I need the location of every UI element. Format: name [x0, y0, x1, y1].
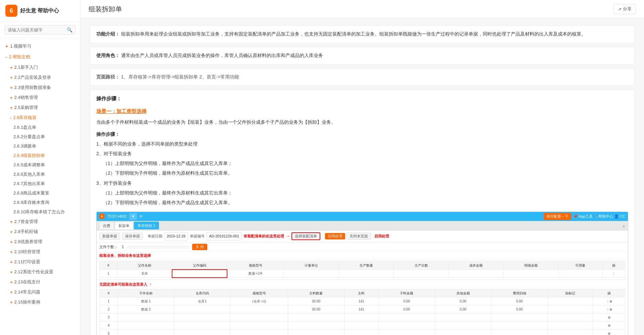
- share-button[interactable]: ↗ 分享: [613, 4, 636, 14]
- sidebar-item-2-6-8[interactable]: 2.6.8商品成本重算: [0, 188, 80, 198]
- step1: 1、根据不同的业务，选择不同单据的类型来处理: [96, 140, 628, 148]
- sc-count-val: 1: [122, 244, 124, 250]
- sc-th-9: 可用量: [558, 261, 603, 270]
- sc-annotation-area1: 有装配清单的在这里处理 → 选择装配清单: [244, 232, 320, 240]
- sidebar-item-2-5[interactable]: + 2.5采购管理: [0, 103, 80, 113]
- sidebar-item-2-9[interactable]: + 2.9优惠券管理: [0, 237, 80, 247]
- sidebar-item-2-4[interactable]: + 2.4销售管理: [0, 93, 80, 103]
- expand-icon-2-4: +: [10, 95, 13, 100]
- role-block: 使用角色： 通常由生产人员或库管人员完成拆装业务的操作，库管人员确认原材料的出库…: [90, 47, 635, 65]
- sc-tab-close[interactable]: ✕: [622, 223, 625, 230]
- sc-date-label: 单据日期: [148, 233, 162, 239]
- func-intro-label: 功能介绍：: [96, 31, 120, 37]
- sc-upper-table: # 父件名称 父件编码 规格型号 计量单位 生产数量 主产出数 成本金额 明细金…: [99, 261, 625, 278]
- sc-lower-table-header: # 子件名称 仓库代码 规格型号 主料数量 主料 子料金额 其他金额 费用归纳 …: [100, 289, 625, 297]
- sc-annotation5: 无固定清单可组装在这里录入: [99, 281, 147, 288]
- sc-annotation4: 启用处理: [374, 233, 389, 239]
- sc-btns-right: 启用处理 关闭本页面: [325, 233, 371, 240]
- sidebar-item-2-3[interactable]: + 2.3使用前数据准备: [0, 82, 80, 93]
- sc-save-btn[interactable]: 保存配置一下: [544, 213, 571, 220]
- sc-btn-assembly[interactable]: 选择装配清单: [291, 232, 320, 240]
- sc-tabs: 自费 新架单 库存拆卸 1 ✕: [97, 221, 628, 231]
- top-bar: 组装拆卸单 ↗ 分享: [80, 0, 644, 18]
- sc-btn-new[interactable]: 新建单据: [99, 233, 120, 240]
- sc-th-8: 明细金额: [503, 261, 558, 270]
- sc-apply-btn[interactable]: 关 闭: [192, 244, 207, 250]
- sc-th-2: 父件编码: [172, 261, 227, 270]
- search-icon[interactable]: 🔍: [67, 27, 72, 33]
- sc-btn-exit[interactable]: 关闭本页面: [346, 233, 371, 240]
- sidebar-item-2-7[interactable]: + 2.7资金管理: [0, 217, 80, 227]
- search-input[interactable]: [8, 27, 67, 33]
- sidebar-item-2-1[interactable]: + 2.1新手入门: [0, 62, 80, 72]
- sidebar-item-video[interactable]: + 1.视频学习: [0, 41, 80, 52]
- sidebar-item-2-10[interactable]: + 2.10经营管理: [0, 247, 80, 257]
- sidebar-item-2-6-9[interactable]: 2.6.9库存账本查询: [0, 198, 80, 207]
- sc-lower-row-5: 5⊕: [100, 330, 625, 335]
- sc-btn-save2[interactable]: 保存单据: [122, 233, 143, 240]
- path-items: 1、库存核算->库存管理->组装拆卸单 2、首页->常用功能: [121, 74, 239, 79]
- sc-date-val: 2019-12-26: [164, 232, 188, 240]
- sidebar-item-docs[interactable]: - 2.帮助文档: [0, 52, 80, 62]
- step3: 3、对于拆装业务: [96, 179, 628, 187]
- expand-icon-2-8: +: [10, 229, 13, 234]
- sidebar-item-2-6-1[interactable]: 2.6.1盘点单: [0, 123, 80, 132]
- sc-tab-3[interactable]: 库存拆卸 1: [134, 222, 159, 230]
- sc-nav-left: 6 TEST-H002 ▼ ⟳: [99, 213, 143, 220]
- sc-tab-1[interactable]: 自费: [99, 222, 114, 230]
- sc-annotation3: 组装业务、拆卸业务在这里选择: [99, 253, 151, 259]
- step2-1: （1）上部明细为父件明细，最终作为产成品生成其它入库单；: [103, 159, 628, 168]
- step3-1: （1）上部明细为父件明细，最终作为原材料生成其它出库单；: [103, 189, 628, 197]
- sidebar-item-2-8[interactable]: + 2.8手机旺铺: [0, 227, 80, 237]
- sc-th-0: #: [100, 261, 117, 270]
- sc-dropdown: ▼: [129, 213, 137, 220]
- sidebar-item-2-6-10[interactable]: 2.6.10库存账本错了怎么办: [0, 207, 80, 217]
- sidebar-item-2-6-7[interactable]: 2.6.7其他出库单: [0, 179, 80, 188]
- sidebar-item-2-14[interactable]: + 2.14常见问题: [0, 287, 80, 297]
- expand-icon-2-7: +: [10, 219, 13, 224]
- sc-remark-input[interactable]: [128, 246, 188, 248]
- sc-upper-table-area: # 父件名称 父件编码 规格型号 计量单位 生产数量 主产出数 成本金额 明细金…: [97, 260, 628, 279]
- main-area: 组装拆卸单 ↗ 分享 功能介绍： 组装拆卸单用来处理企业组装或拆卸等加工业务，支…: [80, 0, 644, 335]
- sc-th-6: 主产出数: [394, 261, 449, 270]
- sidebar-item-2-6-3[interactable]: 2.6.3调拨单: [0, 142, 80, 151]
- expand-icon-2-3: +: [10, 85, 13, 90]
- scenario1-title: 场景一：加工类型选择: [96, 107, 628, 116]
- expand-icon-2-11: +: [10, 260, 13, 265]
- sc-btn-action[interactable]: 启用处理: [325, 233, 345, 239]
- app-logo-icon: 6: [5, 5, 17, 17]
- step3-2: （2）下部明细为子件明细，最终作为产成品生成其它入库单。: [103, 199, 628, 207]
- sc-lower-area: 无固定清单可组装在这里录入 ↑ # 子件名称 仓库代码 规格型号 主料数量 主料: [97, 279, 628, 335]
- sc-num-val: AD-20191226-001: [207, 232, 241, 240]
- expand-icon-2-2: +: [10, 75, 13, 80]
- sc-lower-row-1: 1 数据 1 仓库1 (仓库 +1) 30.00 141 0.00 0.00 0…: [100, 297, 625, 305]
- sc-count-label: 父件个数：: [99, 244, 118, 250]
- expand-icon-video: +: [5, 44, 8, 49]
- sidebar-item-2-12[interactable]: + 2.12系统个性化设置: [0, 267, 80, 277]
- sc-tab-2[interactable]: 新架单: [115, 222, 133, 230]
- sidebar-item-2-6-2[interactable]: 2.6.2分量盘点单: [0, 132, 80, 142]
- sc-refresh-icon: ⟳: [140, 213, 143, 220]
- search-area: 🔍: [0, 22, 80, 38]
- sc-lower-row-4: 4⊕: [100, 322, 625, 330]
- screenshot-container: 6 TEST-H002 ▼ ⟳ 保存配置一下 📌 App工具 🔧帮助中心 👤 C…: [96, 212, 628, 335]
- sidebar-item-2-15[interactable]: + 2.15操作案例: [0, 297, 80, 307]
- expand-icon-2-12: +: [10, 270, 13, 275]
- role-label: 使用角色：: [96, 53, 120, 58]
- sidebar-item-2-6-4[interactable]: 2.6.4组装拆卸单: [0, 151, 80, 160]
- sc-th-5: 生产数量: [339, 261, 394, 270]
- sidebar-item-2-6[interactable]: - 2.6库存核算: [0, 113, 80, 123]
- sidebar-item-2-6-5[interactable]: 2.6.5成本调整单: [0, 160, 80, 170]
- sidebar-item-2-13[interactable]: + 2.13在线支付: [0, 277, 80, 287]
- sidebar-item-2-2[interactable]: + 2.2产品安装及登录: [0, 72, 80, 82]
- sidebar-item-2-11[interactable]: + 2.11打印设置: [0, 257, 80, 267]
- sc-company: TEST-H002: [107, 213, 126, 220]
- expand-icon-2-13: +: [10, 280, 13, 285]
- sc-icons: 📌 App工具 🔧帮助中心 👤 CC: [573, 213, 625, 220]
- sidebar-item-2-6-6[interactable]: 2.6.6其他入库单: [0, 170, 80, 179]
- search-box: 🔍: [5, 25, 75, 35]
- expand-icon-2-9: +: [10, 239, 13, 244]
- sc-nav-right: 保存配置一下 📌 App工具 🔧帮助中心 👤 CC: [544, 213, 625, 220]
- expand-icon-2-6: -: [10, 115, 11, 120]
- sc-highlighted-cell: [172, 270, 227, 278]
